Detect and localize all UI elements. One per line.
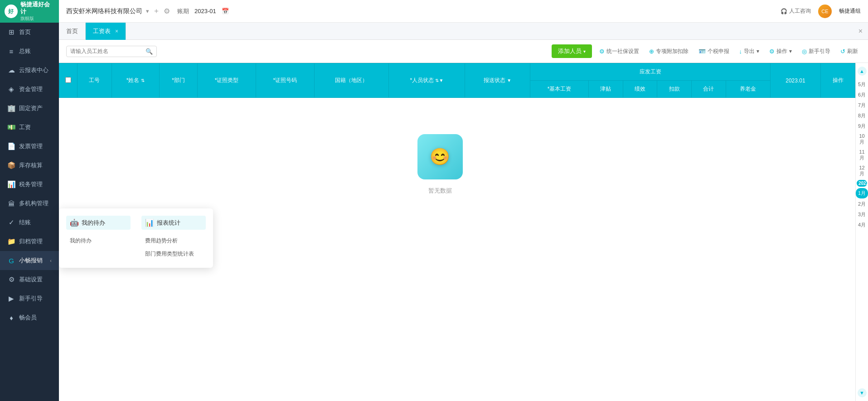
main-content: 西安虾米网络科技有限公司 ▾ ＋ ⚙ 账期 2023-01 📅 🎧 人工咨询 C… (59, 0, 868, 401)
th-operation: 操作 (821, 63, 855, 98)
month-3[interactable]: 3月 (856, 209, 868, 220)
sidebar-item-multi-org[interactable]: 🏛 多机构管理 (0, 194, 59, 213)
app-logo: 好 畅捷通好会计 旗舰版 (0, 0, 59, 23)
month-12[interactable]: 12月 (856, 163, 868, 179)
period-value: 2023-01 (194, 8, 216, 14)
multi-org-icon: 🏛 (7, 200, 15, 208)
sidebar-item-settings[interactable]: ⚙ 基础设置 (0, 270, 59, 289)
cloud-icon: ☁ (7, 66, 15, 74)
popup-todo-item-1[interactable]: 我的待办 (66, 234, 131, 247)
sidebar-item-tax[interactable]: 📊 税务管理 (0, 175, 59, 194)
sidebar-item-expense[interactable]: G 小畅报销 ‹ (0, 251, 59, 270)
add-person-arrow: ▾ (583, 49, 586, 54)
month-11[interactable]: 11月 (856, 147, 868, 163)
support-btn[interactable]: 🎧 人工咨询 (781, 7, 811, 15)
member-icon: ♦ (7, 314, 15, 322)
tab-salary[interactable]: 工资表 × (86, 23, 126, 40)
tab-close-icon[interactable]: × (115, 28, 118, 34)
social-insurance-btn[interactable]: ⚙ 统一社保设置 (596, 46, 642, 57)
sidebar-item-cloud-report[interactable]: ☁ 云报表中心 (0, 61, 59, 80)
sidebar-item-label: 工资 (19, 123, 31, 131)
close-all-icon: × (858, 27, 863, 35)
username[interactable]: 畅捷通组 (839, 7, 861, 15)
special-deduction-btn[interactable]: ⊕ 专项附加扣除 (646, 46, 691, 57)
social-label: 统一社保设置 (606, 48, 639, 55)
archive-icon: 📁 (7, 237, 15, 246)
salary-icon: 💵 (7, 123, 15, 131)
sidebar-item-ledger[interactable]: ≡ 总账 (0, 42, 59, 61)
scroll-down-btn[interactable]: ▼ (858, 388, 867, 397)
month-9[interactable]: 9月 (856, 121, 868, 131)
newbie-guide-btn[interactable]: ◎ 新手引导 (799, 46, 833, 57)
popup-section-todo: 🤖 我的待办 我的待办 (66, 216, 131, 261)
sidebar-item-label: 云报表中心 (19, 66, 48, 74)
scroll-up-btn[interactable]: ▲ (858, 67, 867, 76)
sidebar-item-label: 新手引导 (19, 295, 43, 303)
logo-icon: 好 (5, 5, 18, 18)
guide-icon: ▶ (7, 295, 15, 303)
sidebar-item-close[interactable]: ✓ 结账 (0, 213, 59, 232)
th-allowance: 津贴 (589, 81, 623, 98)
export-btn[interactable]: ↓ 导出 ▾ (737, 46, 762, 57)
month-10[interactable]: 10月 (856, 131, 868, 147)
refresh-btn[interactable]: ↺ 刷新 (838, 46, 861, 57)
sidebar-item-archive[interactable]: 📁 归档管理 (0, 232, 59, 251)
refresh-icon: ↺ (840, 48, 845, 55)
search-input[interactable] (70, 48, 143, 54)
popup-report-item-1[interactable]: 费用趋势分析 (141, 234, 206, 247)
sidebar-item-salary[interactable]: 💵 工资 (0, 118, 59, 137)
close-account-icon: ✓ (7, 218, 15, 227)
sidebar-item-member[interactable]: ♦ 畅会员 (0, 308, 59, 327)
headset-icon: 🎧 (781, 8, 787, 14)
settings-icon: ⚙ (7, 275, 15, 284)
toolbar: 🔍 添加人员 ▾ ⚙ 统一社保设置 ⊕ 专项附加扣除 🪪 个税申报 ↓ 导出 (59, 40, 868, 63)
tax-report-btn[interactable]: 🪪 个税申报 (696, 46, 732, 57)
month-7[interactable]: 7月 (856, 100, 868, 111)
add-person-btn[interactable]: 添加人员 ▾ (552, 44, 592, 58)
sidebar-item-assets[interactable]: 🏢 固定资产 (0, 99, 59, 118)
month-8[interactable]: 8月 (856, 111, 868, 121)
close-all-btn[interactable]: × (853, 23, 868, 40)
sidebar-item-fund[interactable]: ◈ 资金管理 (0, 80, 59, 99)
month-2[interactable]: 2月 (856, 199, 868, 209)
fund-icon: ◈ (7, 85, 15, 93)
search-icon[interactable]: 🔍 (145, 48, 153, 55)
th-performance: 绩效 (623, 81, 657, 98)
th-id-type: *证照类型 (198, 63, 256, 98)
sidebar-item-home[interactable]: ⊞ 首页 (0, 23, 59, 42)
right-month-panel: ▲ 5月 6月 7月 8月 9月 10月 11月 12月 2023 1月 2月 … (855, 63, 868, 401)
company-settings-btn[interactable]: ⚙ (164, 7, 170, 15)
search-wrap: 🔍 (66, 46, 157, 57)
month-5[interactable]: 5月 (856, 79, 868, 90)
expense-icon: G (7, 257, 15, 265)
sidebar-item-guide[interactable]: ▶ 新手引导 (0, 289, 59, 308)
tax-report-label: 个税申报 (708, 48, 729, 55)
sidebar-item-label: 小畅报销 (19, 256, 43, 265)
export-arrow: ▾ (756, 48, 759, 54)
top-header: 西安虾米网络科技有限公司 ▾ ＋ ⚙ 账期 2023-01 📅 🎧 人工咨询 C… (59, 0, 868, 23)
tab-home[interactable]: 首页 (59, 23, 86, 40)
avatar-text: CE (821, 9, 828, 14)
refresh-label: 刷新 (847, 48, 858, 55)
month-6[interactable]: 6月 (856, 90, 868, 100)
tab-salary-label: 工资表 (93, 27, 111, 35)
operation-icon: ⚙ (769, 48, 775, 55)
sidebar-item-inventory[interactable]: 📦 库存核算 (0, 156, 59, 175)
popup-todo-header[interactable]: 🤖 我的待办 (66, 216, 131, 230)
calendar-icon[interactable]: 📅 (222, 8, 229, 14)
popup-report-item-2[interactable]: 部门费用类型统计表 (141, 247, 206, 261)
sidebar-item-invoice[interactable]: 📄 发票管理 (0, 137, 59, 156)
select-all-checkbox[interactable] (65, 77, 71, 83)
sidebar-item-label: 资金管理 (19, 85, 43, 93)
sidebar-item-label: 固定资产 (19, 104, 43, 112)
home-icon: ⊞ (7, 28, 15, 36)
add-company-btn[interactable]: ＋ (153, 6, 160, 16)
empty-icon (417, 134, 463, 179)
company-dropdown-icon[interactable]: ▾ (146, 8, 149, 14)
month-4[interactable]: 4月 (856, 220, 868, 230)
operation-btn[interactable]: ⚙ 操作 ▾ (766, 46, 795, 57)
year-2023: 2023 (857, 180, 867, 187)
month-1-active[interactable]: 1月 (856, 188, 868, 198)
popup-report-header[interactable]: 📊 报表统计 (141, 216, 206, 230)
company-name: 西安虾米网络科技有限公司 (66, 7, 142, 15)
